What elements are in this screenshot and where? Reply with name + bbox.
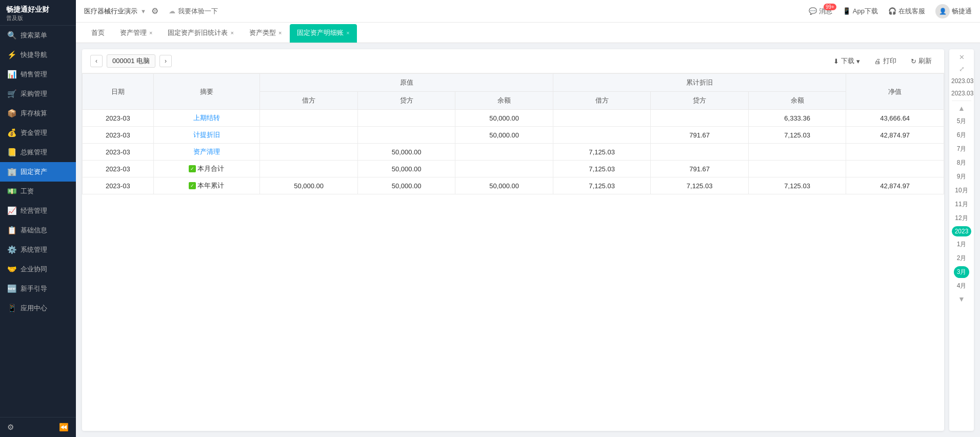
print-label: 打印 bbox=[883, 56, 896, 66]
toolbar-actions: ⬇ 下载 ▾ 🖨 打印 ↻ 刷新 bbox=[829, 54, 936, 68]
cell-summary-1[interactable]: 计提折旧 bbox=[153, 127, 260, 144]
table-row: 2023-03 ✓本月合计 50,000.00 7,125.03 791.67 bbox=[83, 161, 944, 177]
tab-asset_type[interactable]: 资产类型× bbox=[242, 24, 289, 43]
topbar: 医疗器械行业演示 ▼ ⚙ ☁ 我要体验一下 💬 消息 99+ 📱 App下载 🎧… bbox=[76, 0, 980, 23]
tab-close-fixed_detail[interactable]: × bbox=[346, 30, 349, 36]
cell-date-1: 2023-03 bbox=[83, 127, 154, 144]
tab-home[interactable]: 首页 bbox=[84, 24, 112, 43]
cell-orig-debit-0 bbox=[260, 110, 358, 127]
message-btn[interactable]: 💬 消息 99+ bbox=[809, 7, 832, 16]
panel-close-icon[interactable]: ✕ bbox=[959, 51, 965, 63]
th-acc-credit: 贷方 bbox=[651, 92, 749, 110]
tl-scroll-down[interactable]: ▼ bbox=[956, 293, 967, 305]
download-btn[interactable]: ⬇ 下载 ▾ bbox=[829, 54, 864, 68]
sidebar-item-search[interactable]: 🔍搜索菜单 bbox=[0, 26, 76, 45]
sidebar-item-quick_nav[interactable]: ⚡快捷导航 bbox=[0, 45, 76, 65]
tl-4[interactable]: 4月 bbox=[949, 279, 974, 293]
cell-acc-credit-4: 7,125.03 bbox=[651, 177, 749, 194]
cell-acc-credit-3: 791.67 bbox=[651, 161, 749, 177]
cell-orig-credit-0 bbox=[357, 110, 455, 127]
topbar-right: 💬 消息 99+ 📱 App下载 🎧 在线客服 👤 畅捷通 bbox=[809, 4, 972, 18]
sidebar-item-fixed_assets[interactable]: 🏢固定资产 bbox=[0, 162, 76, 182]
sidebar-label-basic_info: 基础信息 bbox=[21, 226, 47, 235]
online-service-btn[interactable]: 🎧 在线客服 bbox=[888, 7, 925, 16]
tl-6[interactable]: 6月 bbox=[949, 128, 974, 142]
table-row: 2023-03 资产清理 50,000.00 7,125.03 bbox=[83, 144, 944, 161]
tl-date-1[interactable]: 2023.03 bbox=[949, 75, 974, 87]
app-download-btn[interactable]: 📱 App下载 bbox=[843, 7, 878, 16]
cell-net-value-4: 42,874.97 bbox=[846, 177, 944, 194]
tab-close-asset_type[interactable]: × bbox=[278, 30, 282, 36]
cell-acc-credit-2 bbox=[651, 144, 749, 161]
cell-orig-credit-2: 50,000.00 bbox=[357, 144, 455, 161]
next-asset-btn[interactable]: › bbox=[159, 55, 172, 67]
sidebar-label-system: 系统管理 bbox=[21, 245, 47, 254]
cell-summary-0[interactable]: 上期结转 bbox=[153, 110, 260, 127]
sidebar-item-salary[interactable]: 💵工资 bbox=[0, 182, 76, 201]
tl-2[interactable]: 2月 bbox=[949, 251, 974, 265]
sidebar-item-inventory[interactable]: 📦库存核算 bbox=[0, 104, 76, 123]
app-download-label: App下载 bbox=[853, 7, 878, 16]
th-original-value: 原值 bbox=[260, 74, 553, 92]
sidebar-item-capital[interactable]: 💰资金管理 bbox=[0, 123, 76, 143]
tab-label-home: 首页 bbox=[91, 28, 105, 37]
panel-expand-icon[interactable]: ⤢ bbox=[959, 63, 965, 75]
prev-asset-btn[interactable]: ‹ bbox=[90, 55, 103, 67]
tl-year-2023[interactable]: 2023 bbox=[952, 226, 972, 236]
sidebar-item-ledger[interactable]: 📒总账管理 bbox=[0, 143, 76, 162]
cell-summary-2[interactable]: 资产清理 bbox=[153, 144, 260, 161]
sidebar-item-collab[interactable]: 🤝企业协同 bbox=[0, 260, 76, 279]
tl-12[interactable]: 12月 bbox=[949, 211, 974, 225]
tab-fixed_detail[interactable]: 固定资产明细账× bbox=[290, 24, 356, 43]
sidebar-item-system[interactable]: ⚙️系统管理 bbox=[0, 240, 76, 260]
refresh-btn[interactable]: ↻ 刷新 bbox=[907, 54, 936, 68]
tl-7[interactable]: 7月 bbox=[949, 142, 974, 156]
cell-orig-balance-2 bbox=[455, 144, 553, 161]
sidebar-label-inventory: 库存核算 bbox=[21, 109, 47, 118]
sidebar: 畅捷通好业财 普及版 🔍搜索菜单⚡快捷导航📊销售管理🛒采购管理📦库存核算💰资金管… bbox=[0, 0, 76, 437]
settings-gear-icon[interactable]: ⚙ bbox=[151, 6, 158, 16]
user-info[interactable]: 👤 畅捷通 bbox=[935, 4, 972, 18]
tl-date-2[interactable]: 2023.03 bbox=[949, 87, 974, 100]
sidebar-label-collab: 企业协同 bbox=[21, 265, 47, 274]
sidebar-item-operation[interactable]: 📈经营管理 bbox=[0, 201, 76, 221]
capital-icon: 💰 bbox=[7, 128, 16, 137]
tab-close-fixed_depreciation[interactable]: × bbox=[230, 30, 233, 36]
sidebar-item-guide[interactable]: 🆕新手引导 bbox=[0, 279, 76, 299]
download-icon: 📱 bbox=[843, 7, 851, 15]
tab-fixed_depreciation[interactable]: 固定资产折旧统计表× bbox=[161, 24, 241, 43]
th-accumulated-depreciation: 累计折旧 bbox=[553, 74, 846, 92]
cell-acc-credit-0 bbox=[651, 110, 749, 127]
cell-date-2: 2023-03 bbox=[83, 144, 154, 161]
print-btn[interactable]: 🖨 打印 bbox=[870, 54, 901, 68]
tl-8[interactable]: 8月 bbox=[949, 156, 974, 170]
tl-9[interactable]: 9月 bbox=[949, 170, 974, 184]
tab-asset_mgmt[interactable]: 资产管理× bbox=[113, 24, 159, 43]
service-icon: 🎧 bbox=[888, 7, 896, 15]
th-net-value: 净值 bbox=[846, 74, 944, 110]
experience-btn[interactable]: ☁ 我要体验一下 bbox=[169, 7, 218, 16]
tab-close-asset_mgmt[interactable]: × bbox=[149, 30, 152, 36]
cell-acc-balance-0: 6,333.36 bbox=[748, 110, 846, 127]
cell-orig-credit-3: 50,000.00 bbox=[357, 161, 455, 177]
content-area: ‹ 000001 电脑 › ⬇ 下载 ▾ 🖨 打印 ↻ 刷新 bbox=[76, 43, 980, 437]
company-selector[interactable]: 医疗器械行业演示 ▼ bbox=[84, 7, 146, 16]
sidebar-item-sales[interactable]: 📊销售管理 bbox=[0, 65, 76, 84]
sidebar-item-purchase[interactable]: 🛒采购管理 bbox=[0, 84, 76, 104]
cell-net-value-2 bbox=[846, 144, 944, 161]
sidebar-item-app_center[interactable]: 📱应用中心 bbox=[0, 299, 76, 318]
cell-orig-debit-4: 50,000.00 bbox=[260, 177, 358, 194]
tl-11[interactable]: 11月 bbox=[949, 197, 974, 211]
print-icon: 🖨 bbox=[874, 57, 881, 65]
settings-icon[interactable]: ⚙ bbox=[7, 423, 14, 432]
tl-scroll-up[interactable]: ▲ bbox=[956, 102, 967, 114]
tl-1[interactable]: 1月 bbox=[949, 237, 974, 251]
tl-10[interactable]: 10月 bbox=[949, 184, 974, 197]
table-toolbar: ‹ 000001 电脑 › ⬇ 下载 ▾ 🖨 打印 ↻ 刷新 bbox=[82, 49, 944, 73]
tl-3[interactable]: 3月 bbox=[954, 266, 970, 278]
tl-5[interactable]: 5月 bbox=[949, 114, 974, 128]
tab-label-asset_type: 资产类型 bbox=[249, 28, 276, 37]
collapse-icon[interactable]: ⏪ bbox=[59, 423, 69, 432]
sidebar-item-basic_info[interactable]: 📋基础信息 bbox=[0, 221, 76, 240]
basic_info-icon: 📋 bbox=[7, 226, 16, 235]
